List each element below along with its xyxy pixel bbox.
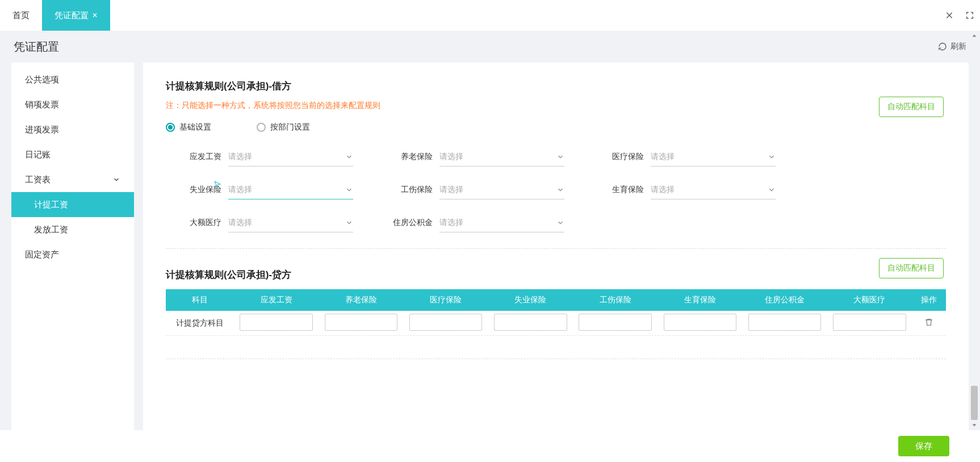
cell-injury — [573, 314, 657, 332]
input-pension[interactable] — [325, 314, 397, 331]
radio-dot-icon — [257, 123, 266, 132]
app-root: 首页 凭证配置 ✕ 凭证配置 刷新 公共选项 销项发票 进项发票 日记账 — [0, 0, 980, 462]
refresh-label: 刷新 — [950, 41, 966, 52]
select-medical[interactable]: 请选择 — [651, 147, 776, 167]
th-subject: 科目 — [166, 295, 234, 305]
field-housing-fund: 住房公积金 请选择 — [387, 213, 564, 232]
tab-home-label: 首页 — [12, 10, 30, 21]
field-label: 养老保险 — [387, 152, 433, 162]
radio-basic-label: 基础设置 — [179, 122, 211, 132]
select-maternity[interactable]: 请选择 — [651, 180, 776, 199]
sidebar: 公共选项 销项发票 进项发票 日记账 工资表 计提工资 发放工资 固定资产 — [11, 63, 134, 430]
select-placeholder: 请选择 — [439, 218, 463, 228]
page-title: 凭证配置 — [14, 39, 59, 55]
scroll-down-icon[interactable] — [970, 420, 979, 430]
select-placeholder: 请选择 — [228, 218, 252, 228]
field-injury: 工伤保险 请选择 — [387, 180, 564, 199]
cell-pension — [319, 314, 403, 332]
close-icon[interactable]: ✕ — [92, 11, 98, 19]
cell-maternity — [657, 314, 742, 332]
tab-home[interactable]: 首页 — [0, 0, 42, 31]
window-close-button[interactable] — [939, 5, 960, 26]
select-unemployment[interactable]: 请选择 — [228, 180, 353, 199]
sidebar-label: 日记账 — [25, 149, 51, 160]
sidebar-item-public[interactable]: 公共选项 — [11, 67, 134, 92]
sidebar-item-salary[interactable]: 工资表 — [11, 167, 134, 192]
sidebar-item-fixed-assets[interactable]: 固定资产 — [11, 242, 134, 267]
field-maternity: 生育保险 请选择 — [598, 180, 776, 199]
radio-dot-icon — [166, 123, 175, 132]
input-salary[interactable] — [240, 314, 312, 331]
th-injury: 工伤保险 — [573, 295, 657, 305]
input-housing[interactable] — [748, 314, 821, 331]
sidebar-item-accrue-salary[interactable]: 计提工资 — [11, 192, 134, 217]
main-panel: 计提核算规则(公司承担)-借方 注：只能选择一种方式，系统将按照您当前的选择来配… — [143, 63, 969, 430]
footer: 保存 — [11, 430, 969, 462]
select-injury[interactable]: 请选择 — [439, 180, 564, 199]
credit-table-row: 计提贷方科目 — [166, 311, 946, 336]
tab-bar: 首页 凭证配置 ✕ — [0, 0, 980, 31]
input-injury[interactable] — [579, 314, 651, 331]
delete-icon[interactable] — [924, 318, 933, 327]
debit-note: 注：只能选择一种方式，系统将按照您当前的选择来配置规则 — [166, 101, 946, 111]
fullscreen-icon[interactable] — [960, 5, 980, 26]
credit-table: 科目 应发工资 养老保险 医疗保险 失业保险 工伤保险 生育保险 住房公积金 大… — [166, 289, 946, 336]
chevron-down-icon — [556, 219, 564, 227]
sidebar-item-pay-salary[interactable]: 发放工资 — [11, 217, 134, 242]
select-placeholder: 请选择 — [651, 185, 675, 195]
row-subject-label: 计提贷方科目 — [166, 318, 234, 328]
sidebar-item-journal[interactable]: 日记账 — [11, 142, 134, 167]
cell-unemployment — [488, 314, 573, 332]
th-pension: 养老保险 — [319, 295, 403, 305]
chevron-down-icon — [345, 219, 353, 227]
field-label: 住房公积金 — [387, 218, 433, 228]
radio-by-department[interactable]: 按部门设置 — [257, 122, 310, 132]
auto-match-debit-wrap: 自动匹配科目 — [879, 97, 944, 117]
radio-dept-label: 按部门设置 — [270, 122, 310, 132]
input-unemployment[interactable] — [494, 314, 567, 331]
chevron-down-icon — [345, 186, 353, 194]
input-medical[interactable] — [409, 314, 482, 331]
tab-voucher-config[interactable]: 凭证配置 ✕ — [42, 0, 110, 31]
auto-match-credit-button[interactable]: 自动匹配科目 — [879, 258, 944, 278]
debit-section-title: 计提核算规则(公司承担)-借方 — [166, 80, 946, 93]
sidebar-label: 固定资产 — [25, 249, 59, 260]
scroll-thumb[interactable] — [971, 386, 978, 420]
refresh-icon — [938, 42, 947, 51]
input-maternity[interactable] — [664, 314, 736, 331]
field-medical: 医疗保险 请选择 — [598, 147, 776, 167]
scroll-up-icon[interactable] — [970, 31, 979, 41]
field-label: 生育保险 — [598, 185, 644, 195]
refresh-button[interactable]: 刷新 — [938, 41, 966, 52]
select-placeholder: 请选择 — [439, 152, 463, 162]
select-large-medical[interactable]: 请选择 — [228, 213, 353, 232]
select-yingfa-salary[interactable]: 请选择 — [228, 147, 353, 167]
body: 公共选项 销项发票 进项发票 日记账 工资表 计提工资 发放工资 固定资产 计提… — [0, 63, 980, 430]
select-housing-fund[interactable]: 请选择 — [439, 213, 564, 232]
scroll-track[interactable] — [970, 41, 979, 420]
sidebar-item-output-invoice[interactable]: 销项发票 — [11, 92, 134, 117]
th-maternity: 生育保险 — [657, 295, 742, 305]
sidebar-item-input-invoice[interactable]: 进项发票 — [11, 117, 134, 142]
field-label: 医疗保险 — [598, 152, 644, 162]
th-large-medical: 大额医疗 — [827, 295, 912, 305]
save-button[interactable]: 保存 — [898, 436, 949, 456]
sidebar-label: 计提工资 — [34, 199, 68, 210]
field-label: 工伤保险 — [387, 185, 433, 195]
debit-fields: 应发工资 请选择 养老保险 请选择 医疗保险 请选择 失业保险 请选择 — [166, 147, 946, 249]
chevron-down-icon — [768, 153, 776, 161]
field-large-medical: 大额医疗 请选择 — [176, 213, 353, 232]
field-yingfa-salary: 应发工资 请选择 — [176, 147, 353, 167]
input-large-medical[interactable] — [833, 314, 906, 331]
auto-match-credit-wrap: 自动匹配科目 — [879, 258, 944, 278]
vertical-scrollbar[interactable] — [970, 31, 979, 430]
field-pension: 养老保险 请选择 — [387, 147, 564, 167]
sidebar-label: 发放工资 — [34, 224, 68, 235]
radio-basic-setting[interactable]: 基础设置 — [166, 122, 211, 132]
credit-table-header: 科目 应发工资 养老保险 医疗保险 失业保险 工伤保险 生育保险 住房公积金 大… — [166, 289, 946, 311]
select-pension[interactable]: 请选择 — [439, 147, 564, 167]
auto-match-debit-button[interactable]: 自动匹配科目 — [879, 97, 944, 117]
dashed-divider — [166, 359, 946, 359]
cell-medical — [404, 314, 488, 332]
chevron-down-icon — [345, 153, 353, 161]
